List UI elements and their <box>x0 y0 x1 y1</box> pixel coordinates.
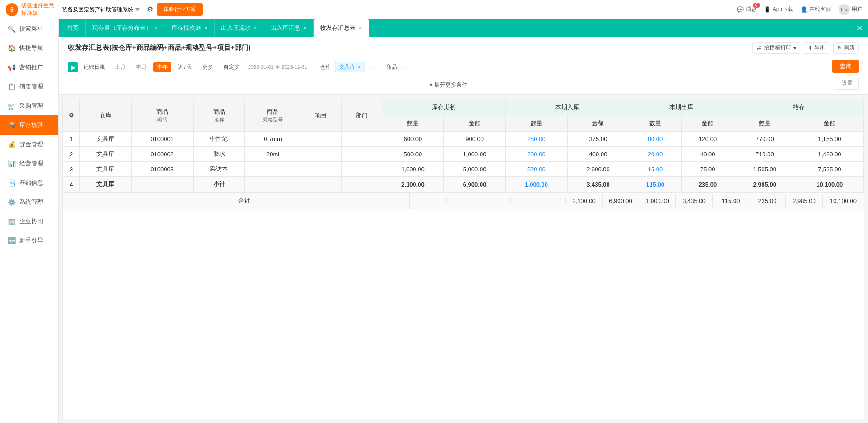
tab-close-stock_dist[interactable]: ✕ <box>155 26 158 31</box>
tab-stock_dist[interactable]: 现存量（库存分布表）✕ <box>86 19 165 37</box>
sidebar-item-marketing[interactable]: 📢营销推广 <box>0 58 58 77</box>
product-code-cell: 0100002 <box>131 147 193 162</box>
sidebar-label-operations: 经营管理 <box>19 159 43 168</box>
sidebar-label-marketing: 营销推广 <box>19 63 43 71</box>
app-download-item[interactable]: 📱 App下载 <box>764 5 793 13</box>
expand-more-btn[interactable]: ▾ 展开更多条件 <box>430 81 467 89</box>
tab-home[interactable]: 首页 <box>61 19 86 37</box>
in-qty-cell[interactable]: 1,000.00 <box>505 177 567 192</box>
footer-out-amt: 235.00 <box>749 194 786 208</box>
sidebar-item-quick[interactable]: 🏠快捷导航 <box>0 38 58 58</box>
warehouse-cell: 文具库 <box>80 162 132 177</box>
opening-amt-cell: 5,000.00 <box>444 162 506 177</box>
filter-expand-btn[interactable]: ▶ <box>68 62 78 72</box>
query-button[interactable]: 查询 <box>832 60 859 73</box>
sales-icon: 📋 <box>7 83 16 90</box>
in-qty-link[interactable]: 1,000.00 <box>525 181 548 188</box>
sidebar-label-system: 系统管理 <box>19 198 43 206</box>
out-qty-link[interactable]: 15.00 <box>648 166 663 173</box>
in-qty-link[interactable]: 250.00 <box>527 136 546 143</box>
tab-label-home: 首页 <box>67 24 79 32</box>
product-code-cell: 0100001 <box>131 132 193 147</box>
sidebar-item-enterprise[interactable]: 🏢企业协同 <box>0 212 58 231</box>
refresh-button[interactable]: ↻ 刷新 <box>833 42 859 54</box>
date-btn-more[interactable]: 更多 <box>199 62 217 72</box>
project-cell <box>301 132 341 147</box>
footer-empty2 <box>410 197 447 204</box>
out-qty-cell[interactable]: 20.00 <box>629 147 681 162</box>
tab-bar-close[interactable]: ✕ <box>853 24 866 33</box>
product-more[interactable]: ... <box>403 64 407 71</box>
product-filter: 商品 ... <box>386 63 407 71</box>
tab-close-flow[interactable]: ✕ <box>254 26 257 31</box>
footer-out-qty: 115.00 <box>713 194 749 208</box>
out-qty-link[interactable]: 80.00 <box>648 136 663 143</box>
warehouse-tag[interactable]: 文具库 ✕ <box>335 62 365 72</box>
in-qty-cell[interactable]: 250.00 <box>505 132 567 147</box>
date-btn-custom[interactable]: 自定义 <box>220 62 243 72</box>
out-qty-cell[interactable]: 115.00 <box>629 177 681 192</box>
sidebar-item-guide[interactable]: 🆕新手引导 <box>0 231 58 250</box>
project-cell <box>301 147 341 162</box>
message-item[interactable]: 💬 消息 6 <box>737 5 757 13</box>
tab-close-batch[interactable]: ✕ <box>204 26 208 31</box>
out-qty-cell[interactable]: 15.00 <box>629 162 681 177</box>
date-btn-this-year[interactable]: 本年 <box>153 62 171 72</box>
department-cell <box>342 162 382 177</box>
col-project-header: 项目 <box>301 99 341 132</box>
setting-button[interactable]: 设置 <box>836 77 859 90</box>
sidebar-label-search: 搜索菜单 <box>19 25 43 33</box>
product-name-cell: 小计 <box>193 177 245 192</box>
tab-recv_summary[interactable]: 收发存汇总表✕ <box>314 19 369 37</box>
warehouse-tag-close[interactable]: ✕ <box>357 65 361 70</box>
sidebar-item-finance[interactable]: 💰资金管理 <box>0 135 58 154</box>
filter-row-1: ▶ 记账日期 上月 本月 本年 近7天 更多 自定义 2023-01-01 至 … <box>68 58 829 76</box>
tab-label-summary_inout: 出入库汇总 <box>271 24 300 32</box>
row-num-cell: 3 <box>63 162 80 177</box>
print-template-button[interactable]: 🖨 按模板打印 ▾ <box>752 42 800 54</box>
user-item[interactable]: Ea 用户 <box>839 4 862 15</box>
date-btn-last-month[interactable]: 上月 <box>111 62 129 72</box>
tab-summary_inout[interactable]: 出入库汇总✕ <box>264 19 314 37</box>
sidebar-item-operations[interactable]: 📊经营管理 <box>0 154 58 173</box>
footer-empty3 <box>447 197 483 204</box>
product-name-cell: 采访本 <box>193 162 245 177</box>
gear-button[interactable]: ⚙ <box>147 5 153 14</box>
tab-flow[interactable]: 出入库流水✕ <box>215 19 264 37</box>
in-qty-cell[interactable]: 230.00 <box>505 147 567 162</box>
logo-text: 畅捷通好生意 标准版 <box>21 2 54 16</box>
trial-button[interactable]: 体验行业方案 <box>157 3 203 16</box>
in-qty-link[interactable]: 520.00 <box>527 166 546 173</box>
warehouse-more[interactable]: ... <box>369 64 373 71</box>
export-button[interactable]: ⬇ 导出 <box>804 42 829 54</box>
project-cell <box>301 177 341 192</box>
warehouse-cell: 文具库 <box>80 147 132 162</box>
date-btn-this-month[interactable]: 本月 <box>132 62 150 72</box>
out-qty-link[interactable]: 115.00 <box>646 181 664 188</box>
sidebar-item-sales[interactable]: 📋销售管理 <box>0 77 58 96</box>
message-badge: 6 <box>753 3 760 8</box>
closing-qty-cell: 710.00 <box>734 147 796 162</box>
tab-batch[interactable]: 库存批次账✕ <box>165 19 215 37</box>
out-qty-cell[interactable]: 80.00 <box>629 132 681 147</box>
out-qty-link[interactable]: 20.00 <box>648 151 663 158</box>
date-btn-7days[interactable]: 近7天 <box>174 62 196 72</box>
sidebar-item-purchase[interactable]: 🛒采购管理 <box>0 96 58 115</box>
in-qty-link[interactable]: 230.00 <box>527 151 546 158</box>
system-select[interactable]: 装备及固定资产辅助管理系统 <box>58 5 143 14</box>
top-bar-right: 💬 消息 6 📱 App下载 👤 在线客服 Ea 用户 <box>737 4 862 15</box>
sidebar-item-search[interactable]: 🔍搜索菜单 <box>0 19 58 38</box>
filter-main: ▶ 记账日期 上月 本月 本年 近7天 更多 自定义 2023-01-01 至 … <box>68 58 829 91</box>
tab-close-summary_inout[interactable]: ✕ <box>303 26 307 31</box>
sidebar-item-system[interactable]: ⚙️系统管理 <box>0 192 58 212</box>
in-qty-cell[interactable]: 520.00 <box>505 162 567 177</box>
guide-icon: 🆕 <box>7 237 16 244</box>
tab-close-recv_summary[interactable]: ✕ <box>359 26 362 31</box>
col-settings-header[interactable]: ⚙ <box>63 99 80 132</box>
top-bar: 6 畅捷通好生意 标准版 装备及固定资产辅助管理系统 ⚙ 体验行业方案 💬 消息… <box>0 0 868 19</box>
sidebar-item-inventory[interactable]: 📦库存核算 <box>0 115 58 135</box>
main-layout: 🔍搜索菜单🏠快捷导航📢营销推广📋销售管理🛒采购管理📦库存核算💰资金管理📊经营管理… <box>0 19 868 423</box>
sidebar-item-basic[interactable]: 📑基础信息 <box>0 173 58 192</box>
online-service-item[interactable]: 👤 在线客服 <box>801 5 831 13</box>
service-icon: 👤 <box>801 6 807 13</box>
